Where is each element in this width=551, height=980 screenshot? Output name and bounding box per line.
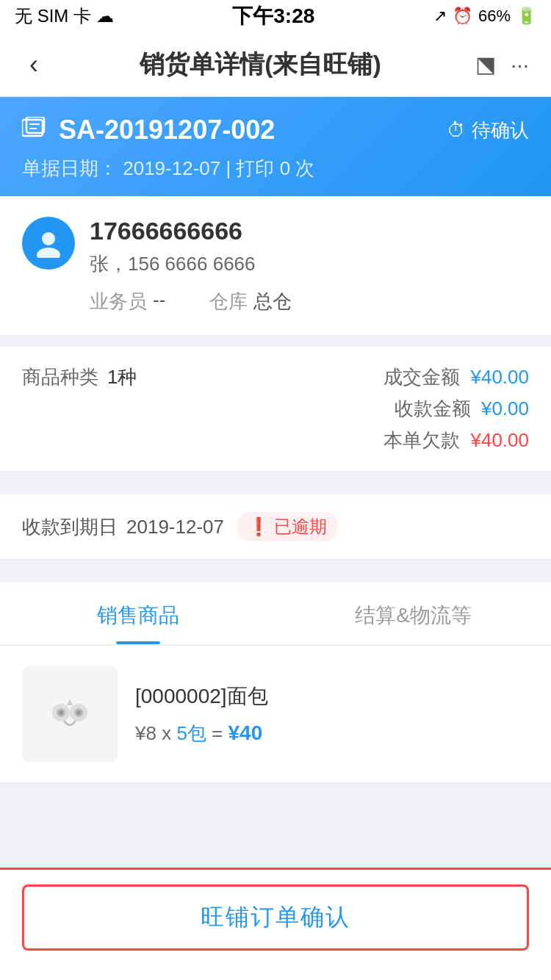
equals-symbol: = <box>212 722 228 744</box>
date-label: 单据日期： <box>22 157 118 179</box>
battery-icon: 🔋 <box>516 7 536 26</box>
warehouse-value: 总仓 <box>253 289 292 314</box>
status-bar: 无 SIM 卡 ☁ 下午3:28 ↗ ⏰ 66% 🔋 <box>0 0 551 32</box>
svg-point-5 <box>37 248 60 258</box>
tab-settlement-label: 结算&物流等 <box>355 604 472 627</box>
warehouse-item: 仓库 总仓 <box>209 289 292 314</box>
order-icon <box>22 115 48 145</box>
price-value: ¥8 <box>135 722 156 744</box>
nav-bar: ‹ 销货单详情(来自旺铺) ⬔ ··· <box>0 32 551 97</box>
order-id-row: SA-20191207-002 ⏱ 待确认 <box>22 115 529 145</box>
order-date-value: 2019-12-07 <box>123 157 220 179</box>
sales-label: 业务员 <box>90 289 147 314</box>
battery-label: 66% <box>478 7 511 26</box>
status-clock-icon: ⏱ <box>447 119 466 142</box>
qty-value: 5包 <box>176 722 206 744</box>
location-icon: ↗ <box>433 7 447 26</box>
product-thumbnail <box>22 666 118 762</box>
status-right: ↗ ⏰ 66% 🔋 <box>433 7 536 26</box>
product-types-label: 商品种类 <box>22 364 98 390</box>
received-value: ¥0.00 <box>481 397 529 420</box>
product-item: [0000002]面包 ¥8 x 5包 = ¥40 <box>0 646 551 782</box>
divider-1 <box>0 483 551 494</box>
no-sim-label: 无 SIM 卡 ☁ <box>15 4 114 28</box>
due-date-value: 2019-12-07 <box>126 516 224 538</box>
status-text: 待确认 <box>472 118 529 143</box>
transaction-value: ¥40.00 <box>470 366 529 389</box>
overdue-badge: ❗ 已逾期 <box>237 512 337 541</box>
owed-label: 本单欠款 <box>383 428 460 453</box>
tab-bar: 销售商品 结算&物流等 <box>0 583 551 646</box>
order-header-banner: SA-20191207-002 ⏱ 待确认 单据日期： 2019-12-07 |… <box>0 97 551 196</box>
more-icon[interactable]: ··· <box>511 52 529 77</box>
owed-amount-row: 本单欠款 ¥40.00 <box>383 428 529 453</box>
customer-card: 17666666666 张，156 6666 6666 业务员 -- 仓库 总仓 <box>0 196 551 335</box>
order-status: ⏱ 待确认 <box>447 118 529 143</box>
customer-name: 张，156 6666 6666 <box>90 251 529 277</box>
customer-info: 17666666666 张，156 6666 6666 业务员 -- 仓库 总仓 <box>90 217 529 314</box>
customer-meta: 业务员 -- 仓库 总仓 <box>90 289 529 314</box>
back-button[interactable]: ‹ <box>22 42 46 87</box>
product-name: [0000002]面包 <box>135 682 529 710</box>
product-types: 商品种类 1种 <box>22 364 137 390</box>
svg-point-11 <box>76 710 81 715</box>
nav-right-actions: ⬔ ··· <box>475 51 529 77</box>
amounts-right: 成交金额 ¥40.00 收款金额 ¥0.00 本单欠款 ¥40.00 <box>383 364 529 453</box>
transaction-amount-row: 成交金额 ¥40.00 <box>383 364 529 390</box>
status-time: 下午3:28 <box>232 2 314 30</box>
svg-point-4 <box>42 232 55 245</box>
sales-item: 业务员 -- <box>90 289 165 314</box>
tab-products-label: 销售商品 <box>97 604 179 627</box>
tab-settlement[interactable]: 结算&物流等 <box>276 583 551 644</box>
received-amount-row: 收款金额 ¥0.00 <box>395 396 529 422</box>
due-date-label: 收款到期日 <box>22 514 118 540</box>
order-date-row: 单据日期： 2019-12-07 | 打印 0 次 <box>22 156 529 181</box>
warehouse-label: 仓库 <box>209 289 248 314</box>
order-id: SA-20191207-002 <box>22 115 275 145</box>
owed-value: ¥40.00 <box>470 429 529 452</box>
sales-value: -- <box>153 289 165 314</box>
product-price: ¥8 x 5包 = ¥40 <box>135 721 529 746</box>
order-id-text: SA-20191207-002 <box>59 115 275 145</box>
product-details: [0000002]面包 ¥8 x 5包 = ¥40 <box>135 682 529 746</box>
tab-products[interactable]: 销售商品 <box>0 583 276 644</box>
customer-phone: 17666666666 <box>90 217 529 245</box>
transaction-label: 成交金额 <box>383 364 460 390</box>
print-info: | 打印 0 次 <box>226 157 314 179</box>
customer-section: 17666666666 张，156 6666 6666 业务员 -- 仓库 总仓 <box>22 217 529 314</box>
total-value: ¥40 <box>228 721 263 744</box>
due-date-section: 收款到期日 2019-12-07 ❗ 已逾期 <box>0 494 551 559</box>
divider-2 <box>0 571 551 583</box>
alarm-icon: ⏰ <box>453 7 472 26</box>
multiply-symbol: x <box>162 722 176 744</box>
confirm-order-button[interactable]: 旺铺订单确认 <box>22 884 529 951</box>
received-label: 收款金额 <box>395 396 471 422</box>
share-icon[interactable]: ⬔ <box>475 51 496 77</box>
confirm-button-container: 旺铺订单确认 <box>0 868 551 980</box>
overdue-text: 已逾期 <box>274 515 327 538</box>
page-title: 销货单详情(来自旺铺) <box>46 48 475 82</box>
product-types-value: 1种 <box>107 364 137 390</box>
svg-point-10 <box>59 710 63 715</box>
avatar <box>22 217 75 270</box>
status-left: 无 SIM 卡 ☁ <box>15 4 114 28</box>
overdue-icon: ❗ <box>248 516 270 537</box>
amount-section: 商品种类 1种 成交金额 ¥40.00 收款金额 ¥0.00 本单欠款 ¥40.… <box>0 347 551 471</box>
